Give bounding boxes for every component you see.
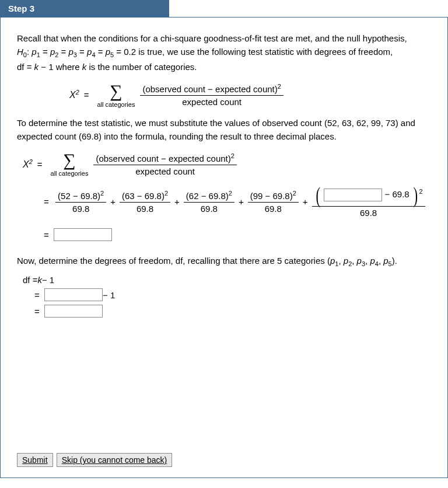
p3s: 3 bbox=[74, 51, 77, 58]
df-eq2: = bbox=[34, 306, 40, 316]
chi-calc-block: X2 = ∑ all categories (observed count − … bbox=[23, 151, 431, 241]
eq-sym: = bbox=[84, 90, 89, 100]
h0-sym: H bbox=[17, 47, 23, 57]
p2s: 2 bbox=[55, 51, 58, 58]
k1: k bbox=[34, 62, 39, 72]
p1: p bbox=[32, 47, 36, 57]
submit-button[interactable]: Submit bbox=[17, 453, 53, 467]
df-row2: = − 1 bbox=[34, 288, 431, 301]
l3e: is the number of categories. bbox=[86, 62, 197, 72]
term1: (52 − 69.8)2 69.8 bbox=[55, 190, 106, 214]
sigma-label2: all categories bbox=[51, 170, 89, 177]
observed-5-input[interactable] bbox=[324, 189, 382, 201]
t5-minus: − 69.8 bbox=[385, 189, 410, 199]
chi-fraction: (observed count − expected count)2 expec… bbox=[140, 83, 284, 107]
df-intro-b: ). bbox=[392, 256, 397, 266]
df-k: k bbox=[37, 275, 42, 285]
chi-sym: X2 bbox=[69, 89, 79, 100]
intro-para: Recall that when the conditions for a ch… bbox=[17, 32, 431, 74]
df-calc: df = k − 1 = − 1 = bbox=[23, 275, 431, 318]
plus2: + bbox=[174, 197, 180, 207]
button-row: Submit Skip (you cannot come back) bbox=[17, 453, 173, 467]
val02: = 0.2 is true, we use the following test… bbox=[114, 47, 393, 57]
skip-button[interactable]: Skip (you cannot come back) bbox=[57, 453, 173, 467]
mid-para: To determine the test statistic, we must… bbox=[17, 116, 431, 144]
sigma-icon: ∑ bbox=[110, 82, 122, 100]
df-k-input[interactable] bbox=[44, 288, 103, 301]
eq3: = bbox=[44, 197, 49, 207]
substitution-row: = (52 − 69.8)2 69.8 + (63 − 69.8)2 69.8 … bbox=[44, 185, 431, 218]
term3: (62 − 69.8)2 69.8 bbox=[184, 190, 235, 214]
intro-line1: Recall that when the conditions for a ch… bbox=[17, 33, 407, 43]
content-panel: Recall that when the conditions for a ch… bbox=[0, 17, 448, 478]
sigma-label: all categories bbox=[97, 102, 135, 108]
result-row: = bbox=[44, 228, 431, 241]
p1s: 1 bbox=[37, 51, 40, 58]
chi-sym2: X2 bbox=[23, 158, 33, 170]
lparen-icon: ( bbox=[316, 185, 320, 205]
sigma-block: ∑ all categories bbox=[97, 82, 135, 108]
plus1: + bbox=[110, 197, 116, 207]
step-header: Step 3 bbox=[0, 0, 169, 17]
p4s: 4 bbox=[92, 51, 95, 58]
mid-l1: To determine the test statistic, we must… bbox=[17, 118, 415, 128]
eq2: = bbox=[37, 159, 43, 169]
df-intro: Now, determine the degrees of freedom, d… bbox=[17, 254, 431, 269]
df-result-input[interactable] bbox=[44, 305, 103, 318]
df-eq1: = bbox=[34, 290, 40, 300]
sigma2: ∑ all categories bbox=[51, 151, 89, 177]
plus4: + bbox=[303, 197, 308, 207]
df-row3: = bbox=[34, 305, 431, 318]
df-l1b: − 1 bbox=[42, 275, 54, 285]
chi-frac2: (observed count − expected count)2 expec… bbox=[93, 152, 237, 176]
term4: (99 − 69.8)2 69.8 bbox=[248, 190, 299, 214]
df-intro-a: Now, determine the degrees of freedom, d… bbox=[17, 256, 330, 266]
term5: ( − 69.8 )2 69.8 bbox=[312, 185, 425, 218]
df-txt: df = bbox=[17, 62, 34, 72]
eq4: = bbox=[44, 230, 49, 240]
df-m1: − 1 bbox=[103, 290, 115, 300]
df-l1a: df = bbox=[23, 275, 37, 285]
mid-l2: expected count (69.8) into the formula, … bbox=[17, 131, 337, 141]
df-row1: df = k − 1 bbox=[23, 275, 431, 285]
p3: p bbox=[68, 47, 73, 57]
p5: p bbox=[106, 47, 110, 57]
m1: − 1 where bbox=[38, 62, 82, 72]
plus3: + bbox=[239, 197, 244, 207]
rparen-icon: ) bbox=[413, 185, 418, 205]
chi-result-input[interactable] bbox=[54, 228, 112, 241]
step-label: Step 3 bbox=[8, 4, 34, 13]
term2: (63 − 69.8)2 69.8 bbox=[120, 190, 170, 214]
chi-formula-display: X2 = ∑ all categories (observed count − … bbox=[69, 82, 431, 108]
sigma-icon2: ∑ bbox=[63, 151, 75, 169]
p2: p bbox=[50, 47, 55, 57]
